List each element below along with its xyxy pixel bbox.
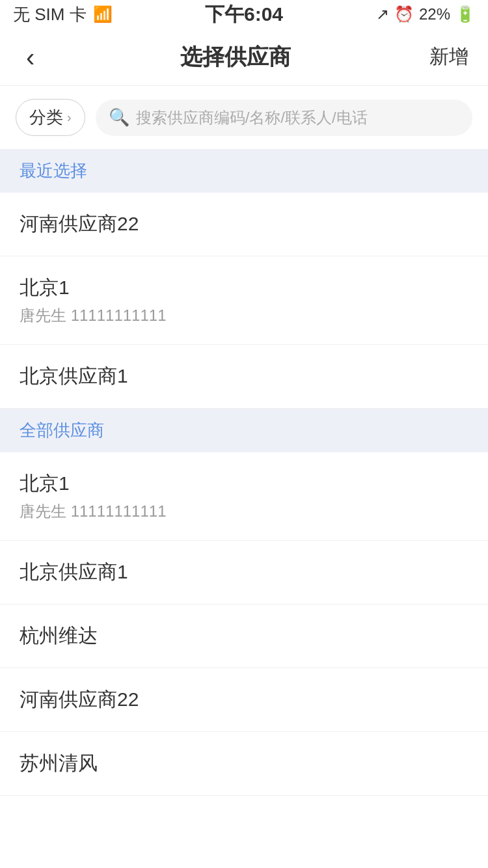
item-name: 北京1 [20,470,468,497]
list-item[interactable]: 北京供应商1 [0,541,488,604]
status-right: ↗ ⏰ 22% 🔋 [376,5,475,23]
all-section-header: 全部供应商 [0,409,488,452]
item-sub: 唐先生 11111111111 [20,305,468,326]
nav-bar: ‹ 选择供应商 新增 [0,29,488,86]
item-name: 河南供应商22 [20,686,468,713]
list-item[interactable]: 河南供应商22 [0,668,488,732]
search-bar[interactable]: 🔍 搜索供应商编码/名称/联系人/电话 [96,100,472,136]
chevron-right-icon: › [67,110,72,125]
search-placeholder: 搜索供应商编码/名称/联系人/电话 [136,107,368,128]
item-name: 北京供应商1 [20,363,468,390]
list-item[interactable]: 苏州清风 [0,732,488,796]
sim-label: 无 SIM 卡 [13,3,87,26]
list-item[interactable]: 北京1 唐先生 11111111111 [0,452,488,541]
category-label: 分类 [29,106,63,129]
location-icon: ↗ [376,5,389,23]
item-name: 北京1 [20,275,468,301]
add-button[interactable]: 新增 [429,44,468,70]
back-button[interactable]: ‹ [20,38,41,77]
item-name: 苏州清风 [20,750,468,777]
filter-row: 分类 › 🔍 搜索供应商编码/名称/联系人/电话 [0,86,488,149]
item-name: 杭州维达 [20,623,468,649]
recent-items-list: 河南供应商22 北京1 唐先生 11111111111 北京供应商1 [0,193,488,409]
status-bar: 无 SIM 卡 📶 下午6:04 ↗ ⏰ 22% 🔋 [0,0,488,29]
list-item[interactable]: 河南供应商22 [0,193,488,256]
all-items-list: 北京1 唐先生 11111111111 北京供应商1 杭州维达 河南供应商22 … [0,452,488,796]
battery-label: 22% [419,5,450,23]
recent-section-header: 最近选择 [0,149,488,193]
wifi-icon: 📶 [93,5,113,23]
page-title: 选择供应商 [180,42,291,72]
search-icon: 🔍 [109,107,129,128]
item-name: 河南供应商22 [20,211,468,237]
list-item[interactable]: 杭州维达 [0,604,488,668]
item-name: 北京供应商1 [20,559,468,586]
category-button[interactable]: 分类 › [16,99,85,136]
alarm-icon: ⏰ [394,5,414,23]
item-sub: 唐先生 11111111111 [20,501,468,522]
list-item[interactable]: 北京1 唐先生 11111111111 [0,256,488,345]
battery-icon: 🔋 [455,5,475,23]
status-time: 下午6:04 [205,1,283,28]
status-left: 无 SIM 卡 📶 [13,3,113,26]
list-item[interactable]: 北京供应商1 [0,345,488,409]
